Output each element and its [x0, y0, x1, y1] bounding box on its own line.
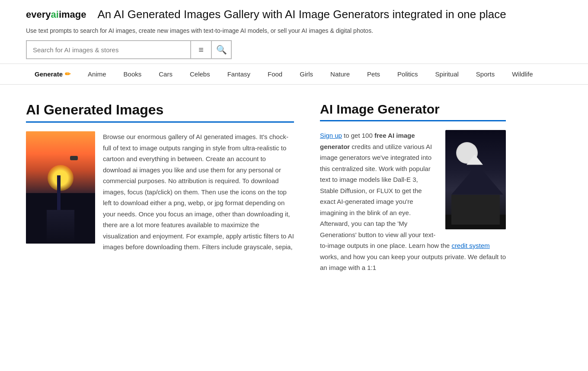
search-button[interactable]: 🔍 — [211, 40, 232, 59]
mountain-element — [451, 165, 503, 195]
logo[interactable]: everyaiimage — [26, 9, 86, 20]
header: everyaiimage An AI Generated Images Gall… — [0, 0, 588, 63]
nav-generate[interactable]: Generate ✏ — [26, 64, 79, 84]
nav-item-cars[interactable]: Cars — [150, 64, 181, 84]
nav-label-books: Books — [124, 70, 142, 78]
nav-item-anime[interactable]: Anime — [79, 64, 115, 84]
nav-label-food: Food — [268, 70, 282, 78]
nav-label-fantasy: Fantasy — [227, 70, 250, 78]
nav-label-anime: Anime — [88, 70, 106, 78]
generate-label: Generate — [35, 70, 63, 78]
city-sun — [48, 165, 74, 191]
credit-link[interactable]: credit system — [451, 242, 489, 249]
nav-label-sports: Sports — [476, 70, 495, 78]
nav-item-wildlife[interactable]: Wildlife — [503, 64, 541, 84]
right-column: AI Image Generator Sign up to get 100 fr… — [320, 102, 506, 273]
left-body-text: Browse our enormous gallery of AI genera… — [26, 131, 294, 253]
nav-label-nature: Nature — [330, 70, 350, 78]
left-column: AI Generated Images Browse our enormous … — [26, 102, 294, 273]
right-divider — [320, 120, 506, 121]
car-image[interactable] — [445, 130, 506, 229]
to-get-label: to get 100 — [344, 132, 373, 139]
search-row: ≡ 🔍 — [26, 40, 562, 59]
filter-button[interactable]: ≡ — [190, 40, 211, 59]
nav-label-cars: Cars — [159, 70, 173, 78]
nav-label-celebs: Celebs — [190, 70, 210, 78]
right-body2-text: works, and how you can keep your outputs… — [320, 253, 506, 272]
nav-item-books[interactable]: Books — [115, 64, 150, 84]
header-top: everyaiimage An AI Generated Images Gall… — [26, 8, 562, 21]
search-icon: 🔍 — [216, 44, 227, 55]
city-illustration — [26, 131, 95, 244]
car-illustration — [445, 130, 506, 229]
city-image[interactable] — [26, 131, 95, 244]
nav-label-politics: Politics — [397, 70, 418, 78]
nav-item-fantasy[interactable]: Fantasy — [219, 64, 259, 84]
helicopter-icon — [70, 156, 78, 160]
logo-image: image — [59, 9, 86, 20]
city-road — [47, 210, 74, 244]
nav-item-spiritual[interactable]: Spiritual — [427, 64, 467, 84]
main-content: AI Generated Images Browse our enormous … — [0, 85, 588, 291]
signup-link[interactable]: Sign up — [320, 132, 342, 139]
nav-label-girls: Girls — [300, 70, 313, 78]
nav-item-food[interactable]: Food — [259, 64, 291, 84]
logo-ai: ai — [51, 9, 59, 20]
right-body-text: Sign up to get 100 free AI image generat… — [320, 130, 506, 273]
right-section-title: AI Image Generator — [320, 102, 506, 117]
nav-item-celebs[interactable]: Celebs — [181, 64, 219, 84]
filter-icon: ≡ — [198, 45, 204, 55]
subheader-text: Use text prompts to search for AI images… — [26, 27, 562, 34]
nav-label-spiritual: Spiritual — [435, 70, 459, 78]
generate-icon: ✏ — [65, 70, 70, 78]
right-body1-text: credits and utilize various AI image gen… — [320, 143, 450, 250]
left-divider — [26, 121, 294, 123]
city-tower — [57, 175, 61, 210]
header-tagline: An AI Generated Images Gallery with AI I… — [97, 8, 506, 21]
nav-item-sports[interactable]: Sports — [467, 64, 503, 84]
nav-item-girls[interactable]: Girls — [291, 64, 322, 84]
car-body — [451, 195, 500, 225]
search-input[interactable] — [26, 40, 190, 59]
left-body: Browse our enormous gallery of AI genera… — [103, 133, 294, 251]
nav-label-wildlife: Wildlife — [512, 70, 533, 78]
nav-label-pets: Pets — [367, 70, 380, 78]
nav-item-nature[interactable]: Nature — [322, 64, 358, 84]
nav-bar: Generate ✏ Anime Books Cars Celebs Fanta… — [0, 63, 588, 85]
nav-item-pets[interactable]: Pets — [358, 64, 389, 84]
nav-item-politics[interactable]: Politics — [389, 64, 427, 84]
logo-every: every — [26, 9, 51, 20]
left-section-title: AI Generated Images — [26, 102, 294, 118]
